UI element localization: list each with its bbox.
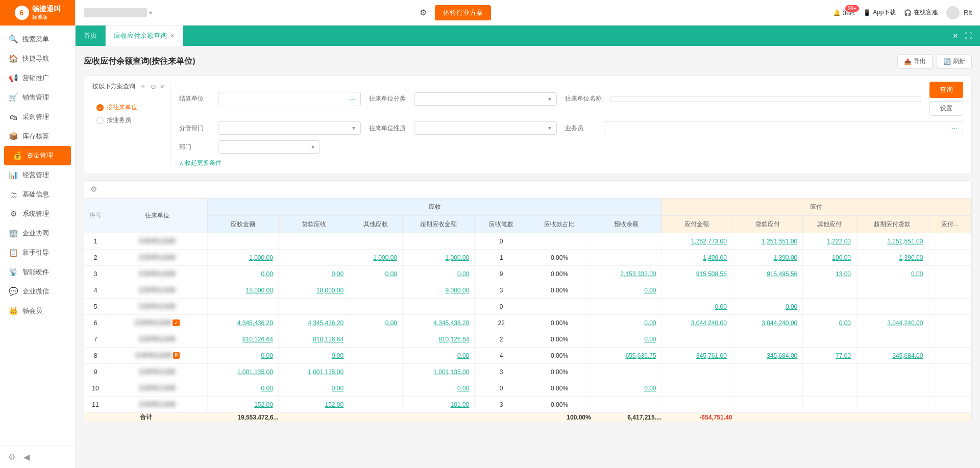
table-settings-icon[interactable]: ⚙ <box>90 185 97 194</box>
table-cell[interactable]: 4,345,436.20 <box>278 315 349 331</box>
table-cell[interactable]: 3,044,240.00 <box>662 315 732 331</box>
sidebar-item-search[interactable]: 🔍 搜索菜单 <box>0 30 75 49</box>
table-cell[interactable]: 0.00 <box>856 266 928 282</box>
chevron-down-icon[interactable]: ▾ <box>149 9 152 16</box>
table-cell[interactable]: 152.00 <box>278 397 349 413</box>
table-cell[interactable]: 655,636.75 <box>591 348 662 364</box>
table-cell[interactable]: 152.00 <box>208 397 278 413</box>
table-cell[interactable]: 2,153,333.00 <box>591 266 662 282</box>
table-cell[interactable]: 0.00 <box>403 380 475 397</box>
tab-query[interactable]: 应收应付余额查询 ✕ <box>106 26 183 46</box>
table-cell[interactable]: 18,000.00 <box>278 282 349 299</box>
table-cell[interactable]: 0.00 <box>732 299 802 315</box>
sidebar-item-sales[interactable]: 🛒 销售管理 <box>0 88 75 107</box>
sidebar-item-system[interactable]: ⚙ 系统管理 <box>0 204 75 224</box>
table-cell[interactable]: 1,001,135.00 <box>403 364 475 380</box>
collapse-filter-button[interactable]: ∧ 收起更多条件 <box>179 159 963 167</box>
table-cell[interactable]: 1,001,135.00 <box>278 364 349 380</box>
unit-nature-select[interactable]: ▾ <box>414 121 557 135</box>
table-cell[interactable]: 0.00 <box>208 348 278 364</box>
sidebar-item-enterprise[interactable]: 🏢 企业协同 <box>0 224 75 243</box>
user-profile[interactable]: U Rit <box>946 6 972 19</box>
table-cell[interactable]: 345,684.00 <box>856 348 928 364</box>
table-cell[interactable]: 0.00 <box>278 266 349 282</box>
table-cell[interactable]: 810,126.64 <box>278 331 349 348</box>
sidebar-item-wechat[interactable]: 💬 企业微信 <box>0 282 75 301</box>
unit-name-input[interactable] <box>610 96 921 102</box>
sidebar-item-inventory[interactable]: 📦 库存核算 <box>0 127 75 146</box>
sidebar-item-marketing[interactable]: 📢 营销推广 <box>0 68 75 88</box>
table-cell[interactable]: 0.00 <box>403 266 475 282</box>
sidebar-item-shortcut[interactable]: 🏠 快捷导航 <box>0 49 75 68</box>
table-cell[interactable]: 0.00 <box>278 380 349 397</box>
table-cell[interactable]: 3,044,240.00 <box>856 315 928 331</box>
tab-maximize-icon[interactable]: ⛶ <box>965 32 972 40</box>
table-cell[interactable]: 0.00 <box>591 380 662 397</box>
promo-button[interactable]: 体验行业方案 <box>435 5 491 20</box>
table-cell[interactable]: 0.00 <box>591 282 662 299</box>
table-cell[interactable]: 4,345,436.20 <box>208 315 278 331</box>
scheme-settings-icon[interactable]: ⊙ <box>151 83 156 90</box>
table-cell[interactable]: 13.00 <box>803 266 856 282</box>
sidebar-item-hardware[interactable]: 📡 智能硬件 <box>0 262 75 282</box>
query-button[interactable]: 查询 <box>929 82 963 98</box>
table-cell[interactable]: 345,761.00 <box>662 348 732 364</box>
table-cell[interactable]: 1,000.00 <box>349 250 403 266</box>
tab-home[interactable]: 首页 <box>76 26 106 46</box>
table-cell[interactable]: 0.00 <box>591 331 662 348</box>
tab-close-window-icon[interactable]: ✕ <box>952 32 959 40</box>
salesperson-input[interactable]: ··· <box>604 121 963 135</box>
table-cell[interactable]: 1,251,551.00 <box>856 233 928 250</box>
sidebar-item-guide[interactable]: 📋 新手引导 <box>0 243 75 262</box>
notice-button[interactable]: 🔔 消息 99+ <box>833 8 855 17</box>
table-cell[interactable]: 1,000.00 <box>403 250 475 266</box>
sidebar-item-basic[interactable]: 🗂 基础信息 <box>0 185 75 204</box>
add-scheme-icon[interactable]: ＋ <box>139 82 146 91</box>
table-cell[interactable]: 915,495.56 <box>732 266 802 282</box>
sidebar-item-finance[interactable]: 💰 资金管理 <box>4 146 71 165</box>
table-cell[interactable]: 0.00 <box>208 380 278 397</box>
sidebar-settings-icon[interactable]: ⚙ <box>8 452 15 462</box>
table-cell[interactable]: 1,000.00 <box>208 250 278 266</box>
table-cell[interactable]: 1,390.00 <box>732 250 802 266</box>
settlement-unit-input[interactable]: ··· <box>218 92 361 106</box>
table-cell[interactable]: 0.00 <box>591 315 662 331</box>
table-cell[interactable]: 810,126.64 <box>208 331 278 348</box>
table-cell[interactable]: 0.00 <box>349 315 403 331</box>
table-cell[interactable]: 915,508.56 <box>662 266 732 282</box>
sidebar-item-operations[interactable]: 📊 经营管理 <box>0 165 75 185</box>
table-cell[interactable]: 1,251,551.00 <box>732 233 802 250</box>
setting-button[interactable]: 设置 <box>929 101 963 116</box>
table-cell[interactable]: 1,490.00 <box>662 250 732 266</box>
sidebar-collapse-icon[interactable]: ◀ <box>23 452 30 462</box>
table-cell[interactable]: 1,252,773.00 <box>662 233 732 250</box>
table-cell[interactable]: 9,000.00 <box>403 282 475 299</box>
table-cell[interactable]: 1,390.00 <box>856 250 928 266</box>
app-download-button[interactable]: 📱 App下载 <box>863 8 896 17</box>
table-cell[interactable]: 810,126.64 <box>403 331 475 348</box>
dept-select[interactable]: ▾ <box>218 121 361 135</box>
export-button[interactable]: 📤 导出 <box>897 54 933 69</box>
scrollable-table[interactable]: 序号 往来单位 应收 应付 应收金额 贷款应收 其他应收 超期应收金额 应收笔数… <box>84 199 971 422</box>
unit-category-select[interactable]: ▾ <box>414 92 557 106</box>
online-service-button[interactable]: 🎧 在线客服 <box>904 8 938 17</box>
table-cell[interactable]: 0.00 <box>403 348 475 364</box>
table-cell[interactable]: 0.00 <box>349 266 403 282</box>
sidebar-item-purchase[interactable]: 🛍 采购管理 <box>0 107 75 127</box>
table-cell[interactable]: 4,345,436.20 <box>403 315 475 331</box>
table-cell[interactable]: 100.00 <box>803 250 856 266</box>
table-cell[interactable]: 0.00 <box>803 315 856 331</box>
table-cell[interactable]: 101.00 <box>403 397 475 413</box>
table-cell[interactable]: 345,684.00 <box>732 348 802 364</box>
table-cell[interactable]: 0.00 <box>662 299 732 315</box>
sidebar-item-member[interactable]: 👑 畅会员 <box>0 301 75 321</box>
table-cell[interactable]: 1,222.00 <box>803 233 856 250</box>
tab-close-icon[interactable]: ✕ <box>170 33 175 39</box>
scheme-item-unit[interactable]: ✓ 按往来单位 <box>92 101 164 114</box>
scheme-collapse-icon[interactable]: « <box>160 82 164 90</box>
table-cell[interactable]: 18,000.00 <box>208 282 278 299</box>
refresh-button[interactable]: 🔄 刷新 <box>937 54 972 69</box>
dept2-select[interactable]: ▾ <box>218 140 320 154</box>
table-cell[interactable]: 0.00 <box>208 266 278 282</box>
table-cell[interactable]: 0.00 <box>278 348 349 364</box>
